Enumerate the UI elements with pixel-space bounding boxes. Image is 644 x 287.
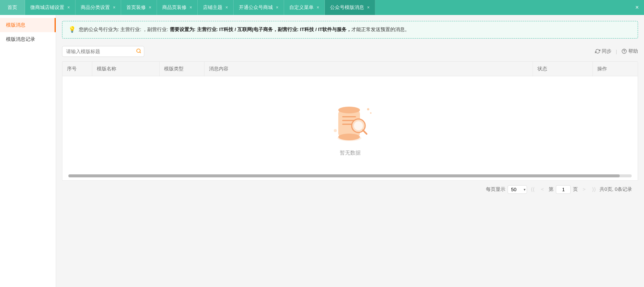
close-custom-menu[interactable]: × [317, 5, 319, 10]
svg-point-14 [367, 108, 369, 110]
page-word: 第 [549, 186, 554, 193]
close-template-msg[interactable]: × [367, 5, 370, 10]
table-container: 序号 模版名称 模版类型 消息内容 状态 操作 [62, 61, 638, 181]
nav-tab-open-mall[interactable]: 开通公众号商城 × [234, 0, 284, 15]
page-last-button[interactable]: ⟩⟩ [591, 186, 597, 193]
search-input[interactable] [62, 46, 144, 57]
nav-tab-store-settings[interactable]: 微商城店铺设置 × [25, 0, 76, 15]
page-size-label: 每页显示 [486, 186, 505, 193]
search-icon [136, 48, 141, 54]
th-action: 操作 [593, 62, 638, 76]
close-product-decor[interactable]: × [189, 5, 192, 10]
close-home-decor[interactable]: × [149, 5, 151, 10]
table-header: 序号 模版名称 模版类型 消息内容 状态 操作 [62, 62, 638, 76]
main-layout: 模版消息 模版消息记录 💡 您的公众号行业为: 主营行业: ，副营行业: 需要设… [0, 15, 644, 287]
th-name: 模版名称 [92, 62, 160, 76]
svg-point-6 [338, 107, 360, 113]
sidebar-item-template-msg-record[interactable]: 模版消息记录 [0, 32, 56, 46]
search-bar: 同步 | 帮助 [62, 46, 638, 57]
search-input-wrap [62, 46, 144, 57]
page-suffix: 页 [573, 186, 578, 193]
horizontal-scrollbar[interactable] [68, 174, 632, 177]
close-all-button[interactable]: × [630, 4, 644, 11]
product-decor-label: 商品页装修 [162, 4, 187, 11]
th-index: 序号 [62, 62, 92, 76]
help-icon [622, 49, 627, 54]
close-store-theme[interactable]: × [225, 5, 228, 10]
close-store-settings[interactable]: × [67, 5, 70, 10]
help-label: 帮助 [628, 48, 638, 55]
svg-line-1 [140, 52, 141, 53]
notice-icon: 💡 [68, 26, 76, 33]
notice-banner: 💡 您的公众号行业为: 主营行业: ，副营行业: 需要设置为: 主营行业: IT… [62, 21, 638, 39]
home-tab-label: 首页 [7, 4, 17, 11]
pagination: 每页显示 50 10 20 100 ▾ ⟨⟨ ＜ 第 页 ＞ ⟩⟩ 共0页, 0… [62, 181, 638, 197]
sync-icon [595, 49, 600, 54]
th-status: 状态 [533, 62, 593, 76]
nav-tab-custom-menu[interactable]: 自定义菜单 × [284, 0, 325, 15]
open-mall-label: 开通公众号商城 [239, 4, 273, 11]
page-number-input[interactable] [556, 185, 571, 194]
th-type: 模版类型 [160, 62, 204, 76]
toolbar-divider: | [616, 49, 617, 54]
page-total-info: 共0页, 0条记录 [600, 186, 632, 193]
nav-tab-home-decor[interactable]: 首页装修 × [121, 0, 157, 15]
sync-button[interactable]: 同步 [595, 48, 611, 55]
template-msg-label: 公众号模版消息 [330, 4, 364, 11]
notice-suffix: 才能正常发送预置的消息。 [351, 27, 410, 32]
search-button[interactable] [136, 48, 141, 55]
nav-tab-category-settings[interactable]: 商品分类设置 × [76, 0, 121, 15]
close-category-settings[interactable]: × [113, 5, 115, 10]
notice-prefix: 您的公众号行业为: 主营行业: ，副营行业: [79, 27, 170, 32]
content-area: 💡 您的公众号行业为: 主营行业: ，副营行业: 需要设置为: 主营行业: IT… [56, 15, 644, 287]
sync-label: 同步 [602, 48, 611, 55]
store-theme-label: 店铺主题 [203, 4, 222, 11]
svg-point-16 [334, 129, 337, 132]
empty-state: 暂无数据 [62, 76, 638, 171]
sidebar-item-template-msg-record-label: 模版消息记录 [6, 36, 35, 42]
page-size-select[interactable]: 50 10 20 100 [508, 185, 527, 194]
store-settings-label: 微商城店铺设置 [30, 4, 64, 11]
notice-text: 您的公众号行业为: 主营行业: ，副营行业: 需要设置为: 主营行业: IT科技… [79, 26, 410, 34]
page-next-button[interactable]: ＞ [580, 185, 588, 193]
scroll-thumb[interactable] [68, 174, 620, 177]
nav-tab-home[interactable]: 首页 [0, 0, 25, 15]
svg-point-15 [370, 112, 372, 114]
page-size-wrap: 50 10 20 100 ▾ [508, 185, 527, 194]
svg-point-12 [354, 121, 363, 130]
top-nav: 首页 微商城店铺设置 × 商品分类设置 × 首页装修 × 商品页装修 × 店铺主… [0, 0, 644, 15]
empty-text: 暂无数据 [340, 150, 361, 156]
sidebar-item-template-msg-label: 模版消息 [6, 22, 25, 28]
nav-tab-product-decor[interactable]: 商品页装修 × [157, 0, 198, 15]
sidebar-item-template-msg[interactable]: 模版消息 [0, 18, 56, 32]
sidebar: 模版消息 模版消息记录 [0, 15, 56, 287]
page-prev-button[interactable]: ＜ [538, 185, 546, 193]
svg-line-13 [363, 130, 367, 134]
empty-illustration [328, 99, 373, 144]
svg-point-7 [338, 134, 360, 140]
home-decor-label: 首页装修 [126, 4, 146, 11]
nav-tab-store-theme[interactable]: 店铺主题 × [198, 0, 234, 15]
page-first-button[interactable]: ⟨⟨ [529, 186, 536, 193]
category-settings-label: 商品分类设置 [81, 4, 110, 11]
help-button[interactable]: 帮助 [622, 48, 638, 55]
custom-menu-label: 自定义菜单 [289, 4, 314, 11]
notice-highlight: 需要设置为: 主营行业: IT科技 / 互联网|电子商务，副营行业: IT科技 … [170, 27, 352, 32]
toolbar-right: 同步 | 帮助 [595, 48, 638, 55]
th-content: 消息内容 [204, 62, 533, 76]
nav-tab-template-msg[interactable]: 公众号模版消息 × [325, 0, 375, 15]
close-open-mall[interactable]: × [276, 5, 278, 10]
